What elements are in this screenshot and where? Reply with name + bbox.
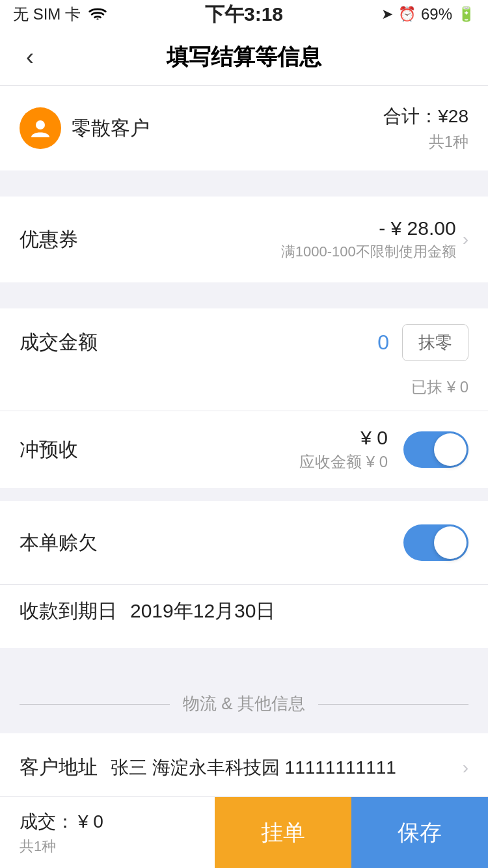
status-left: 无 SIM 卡 bbox=[13, 4, 107, 25]
coupon-desc: 满1000-100不限制使用金额 bbox=[281, 242, 456, 262]
save-button[interactable]: 保存 bbox=[351, 797, 488, 869]
debt-label: 本单赊欠 bbox=[20, 530, 98, 556]
back-button[interactable]: ‹ bbox=[20, 37, 40, 77]
deal-amount-label: 成交金额 bbox=[20, 329, 98, 356]
debt-toggle-knob bbox=[434, 526, 467, 559]
svg-point-0 bbox=[96, 18, 98, 20]
customer-right: 合计：¥28 共1种 bbox=[383, 104, 468, 152]
deal-right: 0 抹零 bbox=[370, 324, 468, 361]
duedate-label: 收款到期日 bbox=[20, 598, 117, 625]
precollect-amount: ¥ 0 bbox=[299, 427, 388, 449]
gap1 bbox=[0, 183, 488, 197]
precollect-toggle[interactable] bbox=[403, 431, 468, 468]
battery-icon: 🔋 bbox=[457, 6, 475, 23]
bottom-deal-label: 成交： bbox=[20, 809, 74, 834]
coupon-value: - ¥ 28.00 满1000-100不限制使用金额 bbox=[281, 217, 456, 262]
address-chevron-icon: › bbox=[463, 757, 468, 778]
deal-amount-input[interactable]: 0 bbox=[370, 331, 389, 355]
customer-left: 零散客户 bbox=[20, 107, 150, 149]
bottom-deal: 成交： ¥ 0 bbox=[20, 809, 195, 834]
bottom-info: 成交： ¥ 0 共1种 bbox=[0, 809, 215, 856]
wifi-icon bbox=[88, 5, 107, 23]
customer-section: 零散客户 合计：¥28 共1种 bbox=[0, 86, 488, 170]
debt-row: 本单赊欠 bbox=[0, 501, 488, 584]
bottom-bar: 成交： ¥ 0 共1种 挂单 保存 bbox=[0, 796, 488, 868]
precollect-values: ¥ 0 应收金额 ¥ 0 bbox=[299, 427, 388, 472]
customer-row: 零散客户 合计：¥28 共1种 bbox=[0, 86, 488, 170]
main-content: 零散客户 合计：¥28 共1种 优惠券 - ¥ 28.00 满1000-100不… bbox=[0, 86, 488, 868]
round-zero-button[interactable]: 抹零 bbox=[402, 324, 468, 361]
gap3 bbox=[0, 488, 488, 501]
debt-toggle[interactable] bbox=[403, 524, 468, 561]
precollect-right: ¥ 0 应收金额 ¥ 0 bbox=[299, 427, 468, 472]
nav-bar: ‹ 填写结算等信息 bbox=[0, 29, 488, 86]
bottom-deal-amount: ¥ 0 bbox=[78, 811, 103, 832]
address-label: 客户地址 bbox=[20, 754, 98, 781]
svg-point-1 bbox=[36, 120, 45, 129]
location-icon: ➤ bbox=[381, 6, 393, 23]
deal-section: 成交金额 0 抹零 已抹 ¥ 0 冲预收 ¥ 0 应收金额 ¥ 0 bbox=[0, 308, 488, 488]
status-right: ➤ ⏰ 69% 🔋 bbox=[381, 5, 475, 23]
customer-name: 零散客户 bbox=[72, 115, 150, 142]
hold-button[interactable]: 挂单 bbox=[215, 797, 351, 869]
coupon-amount: - ¥ 28.00 bbox=[281, 217, 456, 239]
coupon-section: 优惠券 - ¥ 28.00 满1000-100不限制使用金额 › bbox=[0, 197, 488, 282]
logistics-header: 物流 & 其他信息 bbox=[0, 674, 488, 733]
status-time: 下午3:18 bbox=[205, 1, 283, 28]
gap4 bbox=[0, 661, 488, 674]
customer-count: 共1种 bbox=[383, 131, 468, 152]
deal-amount-row: 成交金额 0 抹零 bbox=[0, 308, 488, 377]
chevron-right-icon: › bbox=[463, 229, 468, 250]
status-bar: 无 SIM 卡 下午3:18 ➤ ⏰ 69% 🔋 bbox=[0, 0, 488, 29]
deal-sub-text: 已抹 ¥ 0 bbox=[0, 377, 488, 411]
duedate-row[interactable]: 收款到期日 2019年12月30日 bbox=[0, 584, 488, 648]
precollect-label: 冲预收 bbox=[20, 437, 78, 463]
alarm-icon: ⏰ bbox=[398, 6, 416, 23]
customer-total: 合计：¥28 bbox=[383, 104, 468, 129]
address-section: 客户地址 张三 海淀永丰科技园 11111111111 › bbox=[0, 733, 488, 802]
coupon-label: 优惠券 bbox=[20, 226, 78, 253]
precollect-sub: 应收金额 ¥ 0 bbox=[299, 452, 388, 472]
page-title: 填写结算等信息 bbox=[167, 42, 321, 72]
gap2 bbox=[0, 295, 488, 308]
duedate-value: 2019年12月30日 bbox=[130, 598, 275, 625]
toggle-knob bbox=[434, 433, 467, 466]
coupon-right: - ¥ 28.00 满1000-100不限制使用金额 › bbox=[281, 217, 468, 262]
logistics-title: 物流 & 其他信息 bbox=[170, 692, 318, 715]
precollect-row: 冲预收 ¥ 0 应收金额 ¥ 0 bbox=[0, 411, 488, 488]
address-value: 张三 海淀永丰科技园 11111111111 bbox=[111, 755, 463, 780]
bottom-count: 共1种 bbox=[20, 837, 195, 856]
carrier-label: 无 SIM 卡 bbox=[13, 4, 81, 25]
debt-section: 本单赊欠 收款到期日 2019年12月30日 bbox=[0, 501, 488, 648]
battery-label: 69% bbox=[421, 5, 452, 23]
address-row[interactable]: 客户地址 张三 海淀永丰科技园 11111111111 › bbox=[0, 733, 488, 802]
coupon-row[interactable]: 优惠券 - ¥ 28.00 满1000-100不限制使用金额 › bbox=[0, 197, 488, 282]
avatar bbox=[20, 107, 61, 149]
